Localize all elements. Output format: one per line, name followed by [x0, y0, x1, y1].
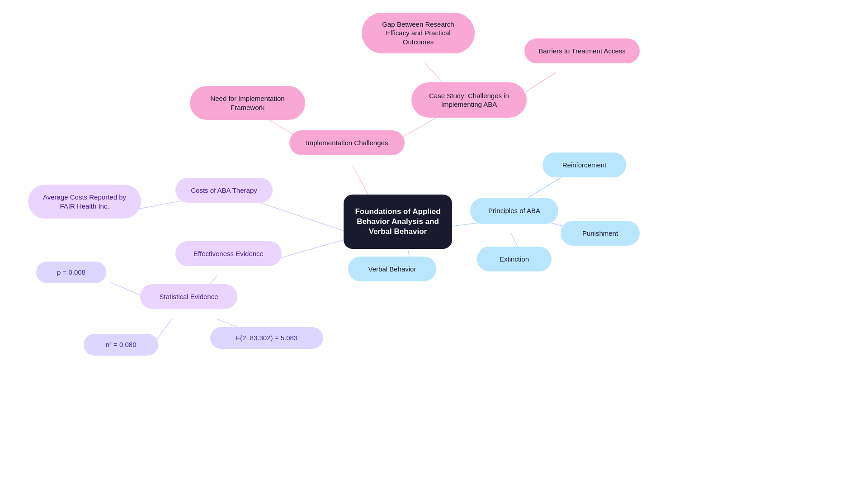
n-squared-node[interactable]: n² = 0.080	[84, 334, 158, 356]
case-study-label: Case Study: Challenges in Implementing A…	[420, 91, 518, 109]
punishment-label: Punishment	[582, 229, 618, 238]
statistical-evidence-node[interactable]: Statistical Evidence	[140, 284, 237, 309]
n-squared-label: n² = 0.080	[106, 340, 137, 349]
reinforcement-node[interactable]: Reinforcement	[542, 152, 626, 177]
gap-research-label: Gap Between Research Efficacy and Practi…	[371, 20, 466, 47]
gap-research-node[interactable]: Gap Between Research Efficacy and Practi…	[362, 13, 475, 53]
effectiveness-label: Effectiveness Evidence	[193, 249, 264, 258]
verbal-behavior-node[interactable]: Verbal Behavior	[348, 257, 436, 281]
case-study-node[interactable]: Case Study: Challenges in Implementing A…	[411, 82, 527, 118]
p-value-node[interactable]: p = 0.008	[36, 262, 106, 283]
statistical-label: Statistical Evidence	[159, 292, 218, 301]
reinforcement-label: Reinforcement	[562, 161, 607, 170]
avg-costs-label: Average Costs Reported by FAIR Health In…	[37, 193, 132, 210]
barriers-label: Barriers to Treatment Access	[538, 47, 626, 56]
extinction-node[interactable]: Extinction	[477, 247, 552, 271]
punishment-node[interactable]: Punishment	[561, 221, 640, 246]
need-for-framework-node[interactable]: Need for Implementation Framework	[190, 86, 305, 120]
svg-line-5	[253, 200, 344, 231]
p-value-label: p = 0.008	[57, 268, 85, 277]
implementation-challenges-node[interactable]: Implementation Challenges	[289, 130, 405, 155]
center-node[interactable]: Foundations of Applied Behavior Analysis…	[344, 195, 452, 249]
costs-aba-node[interactable]: Costs of ABA Therapy	[175, 178, 273, 203]
impl-challenges-label: Implementation Challenges	[306, 138, 388, 147]
mind-map-container: Foundations of Applied Behavior Analysis…	[0, 0, 868, 490]
effectiveness-evidence-node[interactable]: Effectiveness Evidence	[175, 241, 282, 266]
extinction-label: Extinction	[500, 255, 529, 264]
costs-aba-label: Costs of ABA Therapy	[191, 186, 257, 195]
need-framework-label: Need for Implementation Framework	[199, 94, 296, 112]
principles-aba-node[interactable]: Principles of ABA	[470, 198, 558, 224]
barriers-node[interactable]: Barriers to Treatment Access	[524, 38, 640, 63]
principles-aba-label: Principles of ABA	[488, 206, 540, 215]
center-label: Foundations of Applied Behavior Analysis…	[353, 207, 443, 237]
f-stat-node[interactable]: F(2, 83.302) = 5.083	[210, 327, 323, 349]
f-stat-label: F(2, 83.302) = 5.083	[236, 333, 297, 343]
avg-costs-node[interactable]: Average Costs Reported by FAIR Health In…	[28, 185, 141, 219]
verbal-behavior-label: Verbal Behavior	[368, 265, 416, 274]
